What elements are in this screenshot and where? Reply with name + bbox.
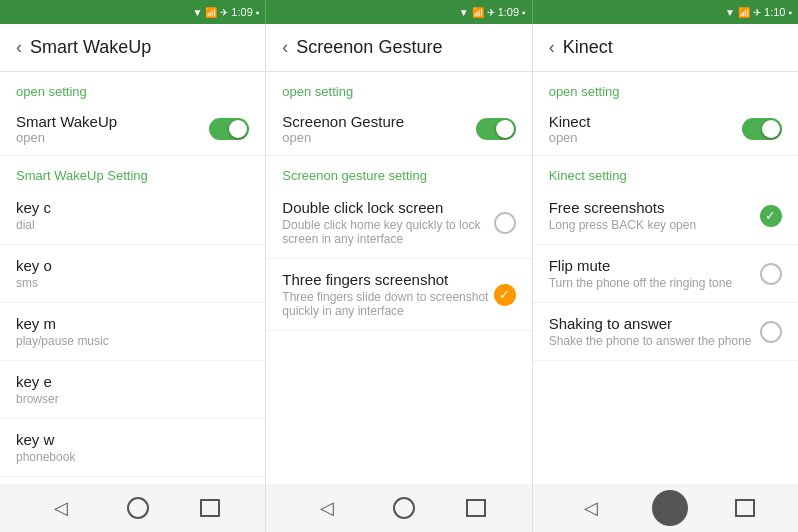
radio-main-kinect-1: Flip mute [549,257,760,274]
signal-icon-1: 📶 [205,7,217,18]
nav-section-2: ◁ [265,484,532,532]
open-setting-label-2: open setting [266,72,531,103]
section-label-2: Screenon gesture setting [266,156,531,187]
panel-title-1: Smart WakeUp [30,37,151,58]
recent-nav-btn-3[interactable] [735,499,755,517]
home-nav-btn-2[interactable] [393,497,415,519]
panel-kinect: ‹ Kinect open setting Kinect open Kinect… [533,24,798,484]
time-2: 1:09 [498,6,519,18]
back-nav-btn-3[interactable]: ◁ [576,493,606,523]
radio-row-free-screenshots[interactable]: Free screenshots Long press BACK key ope… [533,187,798,245]
toggle-main-1: Smart WakeUp [16,113,117,130]
list-item-key-s[interactable]: key s setting [0,477,265,484]
toggle-switch-2[interactable] [476,118,516,140]
airplane-icon-3: ✈ [753,7,761,18]
panel-header-2: ‹ Screenon Gesture [266,24,531,72]
radio-button-free-screenshots[interactable]: ✓ [760,205,782,227]
back-nav-btn-1[interactable]: ◁ [46,493,76,523]
back-nav-btn-2[interactable]: ◁ [312,493,342,523]
list-item-key-c[interactable]: key c dial [0,187,265,245]
battery-icon-3: ▪ [788,7,792,18]
toggle-sub-2: open [282,130,404,145]
nav-section-3: ◁ [533,484,798,532]
list-item-main-1: key o [16,257,249,274]
radio-sub-kinect-2: Shake the phone to answer the phone [549,334,760,348]
toggle-main-3: Kinect [549,113,591,130]
radio-sub-1: Three fingers slide down to screenshot q… [282,290,493,318]
radio-main-0: Double click lock screen [282,199,493,216]
toggle-row-3[interactable]: Kinect open [533,103,798,156]
time-1: 1:09 [231,6,252,18]
panel-header-3: ‹ Kinect [533,24,798,72]
radio-row-flip-mute[interactable]: Flip mute Turn the phone off the ringing… [533,245,798,303]
airplane-icon-2: ✈ [487,7,495,18]
wifi-icon-1: ▼ [192,7,202,18]
list-item-sub-1: sms [16,276,249,290]
wifi-icon-2: ▼ [459,7,469,18]
list-item-sub-0: dial [16,218,249,232]
panel-screenon: ‹ Screenon Gesture open setting Screenon… [266,24,532,484]
toggle-text-1: Smart WakeUp open [16,113,117,145]
radio-text-double-click: Double click lock screen Double click ho… [282,199,493,246]
back-button-1[interactable]: ‹ [16,37,22,58]
toggle-knob-1 [229,120,247,138]
toggle-text-2: Screenon Gesture open [282,113,404,145]
toggle-row-2[interactable]: Screenon Gesture open [266,103,531,156]
list-item-main-2: key m [16,315,249,332]
toggle-sub-1: open [16,130,117,145]
list-item-main-0: key c [16,199,249,216]
radio-text-shaking: Shaking to answer Shake the phone to ans… [549,315,760,348]
radio-sub-kinect-1: Turn the phone off the ringing tone [549,276,760,290]
list-item-key-m[interactable]: key m play/pause music [0,303,265,361]
list-item-main-3: key e [16,373,249,390]
radio-text-flip-mute: Flip mute Turn the phone off the ringing… [549,257,760,290]
toggle-sub-3: open [549,130,591,145]
toggle-knob-2 [496,120,514,138]
radio-sub-kinect-0: Long press BACK key open [549,218,760,232]
toggle-knob-3 [762,120,780,138]
panel-title-2: Screenon Gesture [296,37,442,58]
wifi-icon-3: ▼ [725,7,735,18]
status-section-1: ▼ 📶 ✈ 1:09 ▪ [0,0,266,24]
back-button-2[interactable]: ‹ [282,37,288,58]
radio-button-double-click[interactable] [494,212,516,234]
time-3: 1:10 [764,6,785,18]
list-item-key-o[interactable]: key o sms [0,245,265,303]
radio-button-three-fingers[interactable]: ✓ [494,284,516,306]
home-nav-btn-3[interactable] [652,490,688,526]
radio-text-free-screenshots: Free screenshots Long press BACK key ope… [549,199,760,232]
radio-button-shaking[interactable] [760,321,782,343]
radio-main-kinect-0: Free screenshots [549,199,760,216]
radio-row-shaking[interactable]: Shaking to answer Shake the phone to ans… [533,303,798,361]
panel-smart-wakeup: ‹ Smart WakeUp open setting Smart WakeUp… [0,24,266,484]
status-section-3: ▼ 📶 ✈ 1:10 ▪ [533,0,798,24]
status-bar: ▼ 📶 ✈ 1:09 ▪ ▼ 📶 ✈ 1:09 ▪ ▼ 📶 ✈ 1:10 ▪ [0,0,798,24]
home-nav-btn-1[interactable] [127,497,149,519]
radio-row-double-click[interactable]: Double click lock screen Double click ho… [266,187,531,259]
panel-content-1: open setting Smart WakeUp open Smart Wak… [0,72,265,484]
signal-icon-2: 📶 [472,7,484,18]
toggle-main-2: Screenon Gesture [282,113,404,130]
list-item-key-w[interactable]: key w phonebook [0,419,265,477]
radio-row-three-fingers[interactable]: Three fingers screenshot Three fingers s… [266,259,531,331]
radio-button-flip-mute[interactable] [760,263,782,285]
toggle-switch-3[interactable] [742,118,782,140]
back-button-3[interactable]: ‹ [549,37,555,58]
battery-icon-1: ▪ [256,7,260,18]
recent-nav-btn-2[interactable] [466,499,486,517]
list-item-main-4: key w [16,431,249,448]
toggle-switch-1[interactable] [209,118,249,140]
airplane-icon-1: ✈ [220,7,228,18]
panels-container: ‹ Smart WakeUp open setting Smart WakeUp… [0,24,798,484]
panel-title-3: Kinect [563,37,613,58]
toggle-row-1[interactable]: Smart WakeUp open [0,103,265,156]
radio-sub-0: Double click home key quickly to lock sc… [282,218,493,246]
battery-icon-2: ▪ [522,7,526,18]
list-item-key-e[interactable]: key e browser [0,361,265,419]
nav-bar: ◁ ◁ ◁ [0,484,798,532]
status-section-2: ▼ 📶 ✈ 1:09 ▪ [266,0,532,24]
panel-content-2: open setting Screenon Gesture open Scree… [266,72,531,484]
recent-nav-btn-1[interactable] [200,499,220,517]
radio-text-three-fingers: Three fingers screenshot Three fingers s… [282,271,493,318]
radio-main-1: Three fingers screenshot [282,271,493,288]
